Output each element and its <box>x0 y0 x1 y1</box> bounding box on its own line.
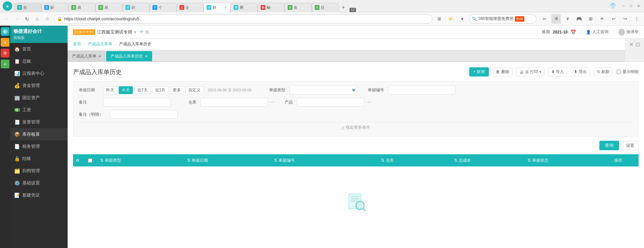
sidebar-item-assets[interactable]: 🏢 固定资产 <box>10 92 68 104</box>
forward-button[interactable]: → <box>13 15 21 23</box>
browser-tab-8[interactable]: 好 好 ✕ <box>204 3 231 12</box>
table-col-number[interactable]: ⇅ 单据编号 <box>271 158 378 163</box>
sidebar-item-settings[interactable]: ⚙️ 基础设置 <box>10 177 68 189</box>
export-btn[interactable]: ⬆ 导出 <box>571 67 590 76</box>
tab-8-close[interactable]: ✕ <box>223 5 228 10</box>
table-col-type[interactable]: ⇅ 单据类型 <box>97 158 184 163</box>
sidebar-item-closing[interactable]: 🔒 结账 <box>10 153 68 165</box>
filter-settings-button[interactable]: 设置 <box>622 141 639 150</box>
table-col-status[interactable]: ⇅ 单据状态 <box>525 158 612 163</box>
bookmark-button[interactable]: ☆ <box>43 15 51 23</box>
refresh-browser-button[interactable]: ↻ <box>23 15 31 23</box>
warehouse-filter-dots[interactable]: ··· <box>269 99 274 105</box>
minimize-button[interactable]: ─ <box>621 3 626 9</box>
table-col-warehouse[interactable]: ⇅ 仓库 <box>378 158 452 163</box>
page-tab-history[interactable]: 产成品入库单历史 ✕ <box>106 51 152 61</box>
calendar-icon[interactable]: 📅 <box>570 29 576 35</box>
display-detail-toggle[interactable]: 显示明细 <box>617 69 639 75</box>
print-btn[interactable]: 🖨 🖨 打印 ▾ <box>517 67 544 76</box>
company-settings-button[interactable]: ⚙ <box>145 29 149 35</box>
close-button[interactable]: ✕ <box>636 3 641 9</box>
sidebar-item-newvoucher[interactable]: 📝 新建凭证 <box>10 189 68 201</box>
icon-bar-item-2[interactable]: 微 <box>1 49 9 58</box>
browser-tab-3[interactable]: 易 易 <box>68 3 95 12</box>
breadcrumb-home[interactable]: 首页 <box>73 41 81 47</box>
panel-close-button[interactable]: ✕ <box>629 41 634 48</box>
new-tab-button[interactable]: + <box>339 3 348 12</box>
sidebar-item-report[interactable]: 📊 云报表中心 <box>10 67 68 80</box>
sidebar-item-invoice[interactable]: 🧾 发票管理 <box>10 116 68 128</box>
browser-tab-12[interactable]: 目 目 <box>312 3 339 12</box>
theme-button[interactable]: ☀ <box>597 14 607 24</box>
date-btn-more[interactable]: 更多 <box>170 86 184 94</box>
number-filter-input[interactable] <box>388 86 456 94</box>
page-tab-list-close[interactable]: ✕ <box>98 54 101 58</box>
import-btn[interactable]: ⬇ 导入 <box>548 67 567 76</box>
search-bar[interactable]: 🔍 360智能抠图免费用 热搜 <box>469 14 536 24</box>
grid-view-button[interactable]: ⊞ <box>434 14 444 24</box>
date-btn-1month[interactable]: 近1月 <box>152 86 169 94</box>
query-button[interactable]: 查询 <box>599 141 619 150</box>
browser-tab-2[interactable]: 新 新 <box>41 3 68 12</box>
detail-remark-input[interactable] <box>110 110 177 119</box>
lightning-button[interactable]: ⚡ <box>446 14 455 24</box>
refresh-btn[interactable]: ↻ 刷新 <box>594 67 613 76</box>
undo-button[interactable]: ↩ <box>609 14 618 24</box>
apps-button[interactable]: ⊞ <box>586 14 595 24</box>
collapse-button[interactable]: △ 收起更多条件 <box>79 122 633 132</box>
sidebar-item-cashflow[interactable]: 💰 资金管理 <box>10 80 68 92</box>
table-col-date[interactable]: ⇅ 单据日期 <box>184 158 271 163</box>
date-btn-today[interactable]: 今天 <box>119 86 133 94</box>
icon-bar-item-1[interactable]: ★ <box>1 38 9 47</box>
add-company-button[interactable]: + <box>140 28 143 36</box>
sidebar-item-archive[interactable]: 🗂️ 归档管理 <box>10 165 68 177</box>
dropdown-button[interactable]: ▾ <box>457 14 467 24</box>
shirt-icon[interactable]: 👕 <box>610 3 616 9</box>
restore-button[interactable]: □ <box>628 3 634 9</box>
yuan-button[interactable]: ¥ <box>563 14 572 24</box>
new-btn[interactable]: + 新增 <box>469 67 489 76</box>
sidebar-item-ledger[interactable]: 📋 总账 <box>10 55 68 67</box>
product-filter-input[interactable] <box>297 98 364 107</box>
home-browser-button[interactable]: ⌂ <box>33 15 41 23</box>
date-btn-yesterday[interactable]: 昨天 <box>103 86 117 94</box>
delete-btn[interactable]: 🗑 删除 <box>493 67 512 76</box>
browser-tab-5[interactable]: 好 好 <box>122 3 149 12</box>
user-button[interactable]: 徐泽华 <box>618 29 639 36</box>
sidebar-item-inventory[interactable]: 📦 库存核算 <box>10 128 68 140</box>
product-filter-dots[interactable]: ··· <box>366 99 370 105</box>
sidebar-item-home[interactable]: 🏠 首页 <box>10 43 68 55</box>
date-btn-7days[interactable]: 近7天 <box>134 86 151 94</box>
breadcrumb-list[interactable]: 产成品入库单 <box>88 41 112 47</box>
date-btn-custom[interactable]: 自定义 <box>185 86 204 94</box>
warehouse-filter-input[interactable] <box>200 98 268 107</box>
browser-tab-9[interactable]: 腾 腾 <box>231 3 258 12</box>
select-all-checkbox[interactable] <box>88 158 92 163</box>
sidebar-item-payroll[interactable]: 💵 工资 <box>10 104 68 116</box>
scissors-button[interactable]: ✂ <box>540 14 549 24</box>
page-tab-list[interactable]: 产成品入库单 ✕ <box>68 51 105 61</box>
redo-button[interactable]: ↪ <box>620 14 630 24</box>
translate-button[interactable]: 译 <box>551 14 561 24</box>
browser-tab-4[interactable]: 易 易 <box>95 3 122 12</box>
browser-tab-10[interactable]: 畅 畅 <box>258 3 285 12</box>
support-button[interactable]: 👤 人工咨询 <box>586 29 609 35</box>
more-browser-button[interactable]: ⋮ <box>632 14 641 24</box>
icon-bar-item-3[interactable]: ✉ <box>1 60 9 68</box>
type-filter-select[interactable] <box>289 86 357 94</box>
browser-tab-7[interactable]: 企 企 <box>176 3 204 12</box>
icon-bar-logo[interactable]: 畅 <box>1 27 9 36</box>
browser-tab-1[interactable]: 在 在 <box>14 3 41 12</box>
address-bar[interactable]: 🔒 https://cloud.chanjet.com/accounting/u… <box>53 14 432 24</box>
browser-tab-6[interactable]: 个 个 <box>149 3 176 12</box>
display-detail-checkbox[interactable] <box>617 70 621 74</box>
table-col-settings[interactable]: ⚙ <box>73 158 85 163</box>
back-button[interactable]: ← <box>3 15 11 23</box>
panel-expand-button[interactable]: ⊡ <box>636 41 640 48</box>
page-tab-history-close[interactable]: ✕ <box>145 54 148 58</box>
remark-filter-input[interactable] <box>103 98 171 107</box>
browser-tab-11[interactable]: 各 各 <box>285 3 312 12</box>
table-col-cost[interactable]: ⇅ 总成本 <box>451 158 525 163</box>
sidebar-item-tax[interactable]: 📑 税务管理 <box>10 140 68 153</box>
game-button[interactable]: 🎮 <box>574 14 584 24</box>
